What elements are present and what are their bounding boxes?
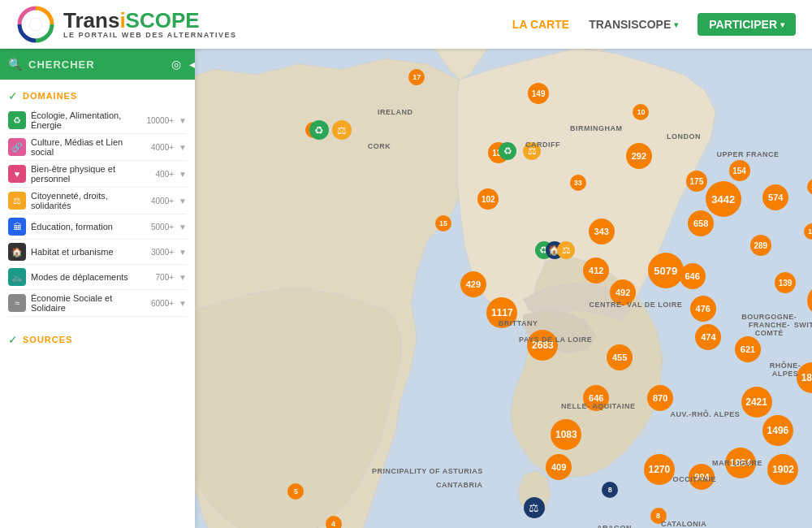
domain-icon-2: ♥ [8, 165, 26, 183]
domain-icon-7: ≈ [8, 294, 26, 312]
domain-item-1[interactable]: 🔗 Culture, Médias et Lien social 4000+ ▼ [8, 134, 187, 161]
map-marker-14[interactable]: 492 [610, 279, 636, 305]
domain-expand-icon-1[interactable]: ▼ [179, 143, 187, 152]
map-icon-marker-16[interactable]: ⚖ [524, 497, 545, 518]
map-marker-39[interactable]: 175 [686, 171, 707, 192]
map-marker-30[interactable]: 1496 [762, 415, 793, 446]
map-icon-marker-1[interactable]: ⚖ [332, 120, 352, 140]
map-marker-0[interactable]: 149 [528, 83, 549, 104]
map-marker-17[interactable]: 646 [680, 263, 706, 289]
map-marker-10[interactable]: 343 [589, 219, 615, 245]
domain-expand-icon-4[interactable]: ▼ [179, 223, 187, 232]
map-marker-7[interactable]: 33 [570, 175, 586, 191]
sources-check-icon: ✓ [8, 333, 18, 346]
map-marker-8[interactable]: 102 [477, 188, 499, 210]
domain-item-4[interactable]: 🏛 Éducation, formation 5000+ ▼ [8, 214, 187, 240]
map-marker-58[interactable]: 8 [602, 482, 618, 498]
map-marker-32[interactable]: 1825 [797, 362, 812, 393]
map-label-9: PRINCIPALITY OF ASTURIAS [372, 467, 483, 475]
map-marker-12[interactable]: 429 [460, 271, 486, 297]
domain-item-3[interactable]: ⚖ Citoyenneté, droits, solidarités 4000+… [8, 188, 187, 214]
domain-count-5: 3000+ [151, 248, 174, 257]
domain-expand-icon-0[interactable]: ▼ [179, 116, 187, 125]
map-marker-31[interactable]: 2421 [741, 387, 772, 418]
domain-item-5[interactable]: 🏠 Habitat et urbanisme 3000+ ▼ [8, 240, 187, 265]
map-marker-35[interactable]: 289 [750, 235, 771, 256]
nav-participer[interactable]: PARTICIPER ▾ [698, 13, 796, 36]
map-marker-15[interactable]: 5079 [648, 253, 684, 288]
map-marker-36[interactable]: 658 [688, 210, 714, 236]
domain-item-7[interactable]: ≈ Économie Sociale et Solidaire 6000+ ▼ [8, 290, 187, 317]
map-marker-3[interactable]: 17 [408, 69, 425, 85]
map-marker-11[interactable]: 412 [583, 258, 609, 283]
map-marker-16[interactable]: 2683 [527, 330, 558, 361]
domain-name-5: Habitat et urbanisme [31, 247, 146, 257]
map-marker-42[interactable]: 11 [804, 223, 812, 240]
domain-name-7: Économie Sociale et Solidaire [31, 293, 146, 313]
map-marker-20[interactable]: 621 [735, 336, 761, 362]
map-marker-26[interactable]: 1270 [644, 454, 675, 485]
map-marker-6[interactable]: 292 [626, 143, 652, 169]
domain-expand-icon-2[interactable]: ▼ [179, 170, 187, 179]
logo-icon [16, 5, 55, 44]
map-marker-38[interactable]: 574 [762, 184, 788, 210]
logo-title: TransiSCOPE [63, 10, 237, 31]
sources-header: ✓ SOURCES [8, 333, 187, 346]
location-icon[interactable]: ◎ [171, 58, 181, 71]
nav-la-carte[interactable]: LA CARTE [512, 18, 569, 31]
map-icon-marker-0[interactable]: ♻ [309, 120, 329, 140]
collapse-sidebar-button[interactable]: ◀ [188, 55, 195, 73]
transiscope-chevron-icon: ▾ [674, 20, 678, 29]
logo-text-area: TransiSCOPE LE PORTAIL WEB DES ALTERNATI… [63, 10, 237, 39]
domain-item-6[interactable]: 🚲 Modes de déplacements 700+ ▼ [8, 265, 187, 290]
domaines-label: DOMAINES [23, 91, 77, 101]
map-marker-18[interactable]: 476 [690, 296, 716, 322]
sources-label: SOURCES [23, 335, 72, 344]
map-marker-60[interactable]: 5 [287, 483, 304, 500]
map-marker-34[interactable]: 139 [775, 272, 796, 293]
map-marker-21[interactable]: 455 [607, 344, 633, 370]
map-marker-28[interactable]: 1864 [725, 448, 756, 478]
map-marker-19[interactable]: 474 [695, 324, 721, 350]
map-container[interactable]: 1491011171113729233102153434124291117492… [0, 49, 812, 528]
map-marker-22[interactable]: 646 [583, 385, 609, 411]
map-label-38: Birmingham [570, 124, 623, 132]
map-marker-61[interactable]: 4 [326, 516, 342, 528]
map-marker-24[interactable]: 1083 [551, 419, 581, 450]
domain-item-2[interactable]: ♥ Bien-être physique et personnel 400+ ▼ [8, 161, 187, 188]
domain-expand-icon-7[interactable]: ▼ [179, 299, 187, 308]
map-marker-29[interactable]: 1902 [767, 454, 798, 485]
domain-count-7: 6000+ [151, 299, 174, 308]
domain-icon-0: ♻ [8, 111, 26, 129]
domain-item-0[interactable]: ♻ Écologie, Alimentation, Énergie 10000+… [8, 107, 187, 134]
map-marker-9[interactable]: 15 [435, 215, 451, 232]
map-marker-59[interactable]: 8 [650, 508, 667, 524]
map-label-2: CENTRE- VAL DE LOIRE [590, 301, 683, 309]
map-marker-40[interactable]: 154 [729, 160, 750, 181]
map-icon-marker-6[interactable]: ⚖ [557, 241, 575, 259]
map-marker-37[interactable]: 3442 [706, 181, 741, 217]
map-marker-13[interactable]: 1117 [486, 297, 517, 328]
map-label-4: AUV.-RHÔ. ALPES [670, 410, 740, 418]
domain-name-0: Écologie, Alimentation, Énergie [31, 110, 141, 130]
svg-point-1 [29, 18, 42, 31]
map-marker-25[interactable]: 409 [546, 454, 572, 480]
domain-expand-icon-3[interactable]: ▼ [179, 197, 187, 206]
domain-count-3: 4000+ [151, 197, 174, 206]
domain-expand-icon-6[interactable]: ▼ [179, 273, 187, 282]
map-marker-27[interactable]: 904 [689, 464, 715, 490]
map-label-21: SWITZERLAND [794, 321, 812, 329]
map-icon-marker-2[interactable]: ♻ [499, 142, 516, 160]
map-marker-41[interactable]: 11 [807, 179, 812, 195]
domain-name-4: Éducation, formation [31, 222, 146, 232]
nav-links: LA CARTE TRANSISCOPE ▾ PARTICIPER ▾ [512, 13, 796, 36]
domain-expand-icon-5[interactable]: ▼ [179, 248, 187, 257]
nav-transiscope[interactable]: TRANSISCOPE ▾ [589, 18, 678, 31]
map-marker-1[interactable]: 10 [633, 104, 649, 120]
map-icon-marker-3[interactable]: ⚖ [523, 142, 541, 160]
map-marker-23[interactable]: 870 [647, 385, 673, 411]
search-input[interactable] [28, 58, 165, 71]
map-label-8: CANTABRIA [436, 481, 482, 489]
domain-count-1: 4000+ [151, 143, 174, 152]
map-marker-33[interactable]: 1036 [807, 285, 812, 316]
